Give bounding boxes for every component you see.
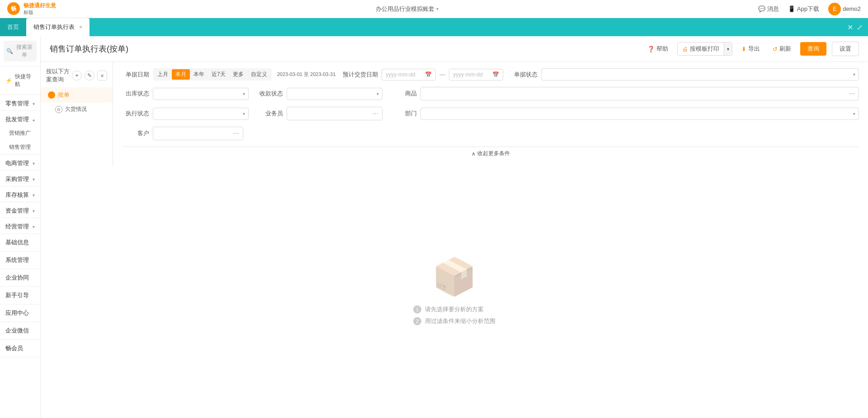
filter-field-expected-date: 预计交货日期 yyyy-mm-dd 📅 — yyyy-mm-dd 📅 xyxy=(343,69,503,81)
filter-row-3: 执行状态 ▾ 业务员 ··· 部门 xyxy=(122,107,859,120)
status-select-wrap: ▾ xyxy=(541,68,859,81)
out-status-select[interactable] xyxy=(153,88,249,100)
salesman-dots-icon[interactable]: ··· xyxy=(373,109,378,118)
empty-steps-list: 1 请先选择要分析的方案 2 用过滤条件来缩小分析范围 xyxy=(413,305,495,329)
edit-scheme-button[interactable]: ✎ xyxy=(85,71,94,81)
sidebar-item-ecommerce[interactable]: 电商管理 ▾ xyxy=(0,155,40,170)
sidebar-section-purchase: 采购管理 ▾ xyxy=(0,171,40,186)
scheme-sub-arrears[interactable]: ⊙ 欠货情况 xyxy=(41,103,113,116)
settings-button[interactable]: 设置 xyxy=(832,42,859,56)
calendar-start-icon: 📅 xyxy=(425,71,432,78)
help-icon: ❓ xyxy=(647,46,655,52)
date-tab-lastmonth[interactable]: 上月 xyxy=(154,69,172,80)
scheme-item-by-order[interactable]: 按单 xyxy=(41,87,113,103)
exec-status-label: 执行状态 xyxy=(122,109,149,118)
sidebar-section-finance: 资金管理 ▾ xyxy=(0,202,40,218)
date-label: 单据日期 xyxy=(122,71,149,79)
date-tab-7days[interactable]: 近7天 xyxy=(208,69,229,80)
sidebar-item-operation[interactable]: 经营管理 ▾ xyxy=(0,218,40,233)
filter-main: 单据日期 上月 本月 本年 近7天 更多 自定义 2023-03-01 至 20… xyxy=(113,62,868,166)
page-actions: ❓ 帮助 🖨 按模板打印 ▾ ⬇ 导出 ↺ 刷新 xyxy=(644,42,859,56)
date-tab-thisyear[interactable]: 本年 xyxy=(190,69,208,80)
sidebar-item-finance[interactable]: 资金管理 ▾ xyxy=(0,202,40,218)
sidebar-item-wechat[interactable]: 企业微信 xyxy=(0,322,40,340)
sidebar: 🔍 搜索菜单 ⚡ 快捷导航 零售管理 ▾ 批发管理 ▴ 营销推广 销售管理 xyxy=(0,36,41,418)
top-header: 畅 畅捷通好生意 标版 办公用品行业模拟账套 ▾ 💬 消息 📱 App下载 E … xyxy=(0,0,868,18)
sidebar-item-guide[interactable]: 新手引导 xyxy=(0,287,40,304)
sidebar-item-purchase[interactable]: 采购管理 ▾ xyxy=(0,171,40,186)
filter-field-out-status: 出库状态 ▾ xyxy=(122,88,249,100)
search-menu-button[interactable]: 🔍 搜索菜单 xyxy=(4,41,37,62)
date-range-text: 2023-03-01 至 2023-03-31 xyxy=(277,71,336,78)
header-dropdown-icon[interactable]: ▾ xyxy=(436,6,439,11)
date-tab-custom[interactable]: 自定义 xyxy=(247,69,271,80)
filter-field-collect-status: 收款状态 ▾ xyxy=(256,88,382,100)
sidebar-item-system[interactable]: 系统管理 xyxy=(0,252,40,269)
add-scheme-button[interactable]: + xyxy=(72,71,82,81)
app-download-button[interactable]: 📱 App下载 xyxy=(788,5,819,13)
expected-date-label: 预计交货日期 xyxy=(343,71,378,79)
date-tabs: 上月 本月 本年 近7天 更多 自定义 xyxy=(153,68,272,81)
customer-input[interactable]: ··· xyxy=(153,127,243,140)
step-num-1: 1 xyxy=(413,305,421,314)
goods-dots-icon[interactable]: ··· xyxy=(849,90,855,98)
filter-field-order-status: 单据状态 ▾ xyxy=(510,68,859,81)
logo-area: 畅 畅捷通好生意 标版 xyxy=(7,2,56,16)
header-right: 💬 消息 📱 App下载 E demo2 xyxy=(758,3,861,15)
sidebar-item-wholesale[interactable]: 批发管理 ▴ xyxy=(0,111,40,126)
collapse-filter-button[interactable]: ∧ 收起更多条件 xyxy=(122,147,859,160)
print-icon: 🖨 xyxy=(682,46,688,52)
out-status-label: 出库状态 xyxy=(122,90,149,98)
sidebar-item-coop[interactable]: 企业协同 xyxy=(0,269,40,287)
export-button[interactable]: ⬇ 导出 xyxy=(738,43,764,55)
filter-row-1: 单据日期 上月 本月 本年 近7天 更多 自定义 2023-03-01 至 20… xyxy=(122,68,859,81)
salesman-input[interactable]: ··· xyxy=(287,107,382,120)
tab-maximize-icon[interactable]: ⤢ xyxy=(857,23,863,32)
date-tab-thismonth[interactable]: 本月 xyxy=(172,69,190,80)
collect-status-select[interactable] xyxy=(287,88,382,100)
help-button[interactable]: ❓ 帮助 xyxy=(644,43,672,55)
collapse-sidebar-button[interactable]: « xyxy=(97,71,107,81)
sidebar-item-quicknav[interactable]: ⚡ 快捷导航 xyxy=(0,69,40,92)
tab-home[interactable]: 首页 xyxy=(0,18,26,36)
expected-date-end-input[interactable]: yyyy-mm-dd 📅 xyxy=(449,69,503,81)
message-button[interactable]: 💬 消息 xyxy=(758,5,779,13)
filter-field-dept: 部门 ▾ xyxy=(390,108,859,120)
dept-select[interactable] xyxy=(420,108,859,120)
tab-close-icon[interactable]: × xyxy=(79,24,82,30)
inventory-arrow-icon: ▾ xyxy=(33,193,35,198)
tab-close-window-icon[interactable]: ✕ xyxy=(847,23,853,32)
goods-input[interactable]: ··· xyxy=(420,87,859,100)
print-dropdown-button[interactable]: ▾ xyxy=(724,43,732,55)
sidebar-section-ecommerce: 电商管理 ▾ xyxy=(0,155,40,171)
status-select[interactable] xyxy=(541,68,859,81)
exec-status-select[interactable] xyxy=(153,108,249,120)
date-tab-more[interactable]: 更多 xyxy=(229,69,247,80)
sidebar-item-sales[interactable]: 销售管理 xyxy=(0,140,40,154)
sidebar-section-retail: 零售管理 ▾ xyxy=(0,95,40,111)
sidebar-item-inventory[interactable]: 库存核算 ▾ xyxy=(0,186,40,202)
goods-label: 商品 xyxy=(390,90,417,98)
sidebar-item-marketing[interactable]: 营销推广 xyxy=(0,126,40,140)
sidebar-item-retail[interactable]: 零售管理 ▾ xyxy=(0,95,40,110)
content-area: 销售订单执行表(按单) ❓ 帮助 🖨 按模板打印 ▾ ⬇ 导出 xyxy=(41,36,868,418)
refresh-icon: ↺ xyxy=(773,46,778,52)
customer-dots-icon[interactable]: ··· xyxy=(233,129,239,138)
scheme-sub-icon: ⊙ xyxy=(55,106,62,113)
sidebar-item-member[interactable]: 畅会员 xyxy=(0,340,40,357)
filter-field-date: 单据日期 上月 本月 本年 近7天 更多 自定义 2023-03-01 至 20… xyxy=(122,68,335,81)
filter-row-4: 客户 ··· xyxy=(122,127,859,140)
sidebar-item-basic[interactable]: 基础信息 xyxy=(0,234,40,252)
sidebar-section-inventory: 库存核算 ▾ xyxy=(0,186,40,202)
refresh-button[interactable]: ↺ 刷新 xyxy=(769,43,795,55)
print-main-button[interactable]: 🖨 按模板打印 xyxy=(678,43,724,55)
user-button[interactable]: E demo2 xyxy=(828,3,861,15)
sidebar-item-apps[interactable]: 应用中心 xyxy=(0,304,40,322)
empty-illustration: 📦 xyxy=(432,256,477,298)
out-status-select-wrap: ▾ xyxy=(153,88,249,100)
tab-bar: 首页 销售订单执行表 × ✕ ⤢ xyxy=(0,18,868,36)
search-button[interactable]: 查询 xyxy=(800,42,826,56)
expected-date-start-input[interactable]: yyyy-mm-dd 📅 xyxy=(382,69,436,81)
logo-icon: 畅 xyxy=(7,2,20,15)
tab-active[interactable]: 销售订单执行表 × xyxy=(26,18,90,36)
